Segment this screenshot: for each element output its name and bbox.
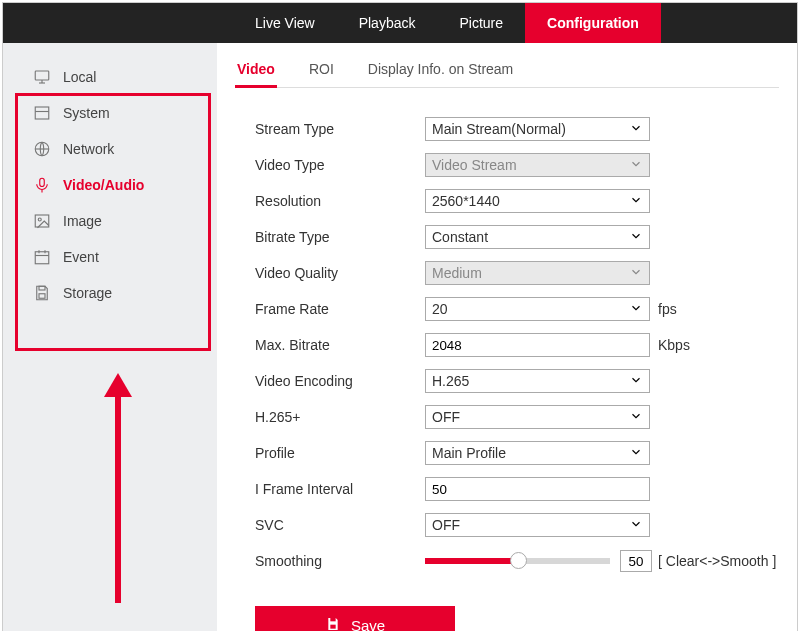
calendar-icon <box>33 248 51 266</box>
sidebar-item-video-audio[interactable]: Video/Audio <box>3 167 217 203</box>
chevron-down-icon <box>629 229 643 246</box>
label-h265plus: H.265+ <box>255 409 425 425</box>
chevron-down-icon <box>629 265 643 282</box>
chevron-down-icon <box>629 445 643 462</box>
label-video-type: Video Type <box>255 157 425 173</box>
sidebar-item-label: Video/Audio <box>63 177 144 193</box>
select-video-type: Video Stream <box>425 153 650 177</box>
svg-rect-15 <box>39 286 45 290</box>
chevron-down-icon <box>629 373 643 390</box>
subtab-roi[interactable]: ROI <box>307 57 336 87</box>
chevron-down-icon <box>629 193 643 210</box>
smoothing-caption: [ Clear<->Smooth ] <box>658 553 776 569</box>
label-smoothing: Smoothing <box>255 553 425 569</box>
globe-icon <box>33 140 51 158</box>
select-video-encoding[interactable]: H.265 <box>425 369 650 393</box>
label-i-frame: I Frame Interval <box>255 481 425 497</box>
slider-thumb[interactable] <box>510 552 527 569</box>
label-video-encoding: Video Encoding <box>255 373 425 389</box>
label-frame-rate: Frame Rate <box>255 301 425 317</box>
unit-kbps: Kbps <box>658 337 690 353</box>
monitor-icon <box>33 68 51 86</box>
svg-rect-18 <box>330 624 335 628</box>
sidebar: Local System Network Video/Audio Image E… <box>3 43 217 631</box>
svg-rect-17 <box>330 618 335 621</box>
select-stream-type[interactable]: Main Stream(Normal) <box>425 117 650 141</box>
svg-rect-11 <box>35 252 49 264</box>
svg-rect-16 <box>39 294 45 299</box>
mic-icon <box>33 176 51 194</box>
sidebar-item-label: Image <box>63 213 102 229</box>
subtab-video[interactable]: Video <box>235 57 277 88</box>
image-icon <box>33 212 51 230</box>
input-smoothing-value[interactable] <box>620 550 652 572</box>
label-video-quality: Video Quality <box>255 265 425 281</box>
label-svc: SVC <box>255 517 425 533</box>
annotation-arrow <box>108 373 128 603</box>
sidebar-item-label: Storage <box>63 285 112 301</box>
tab-playback[interactable]: Playback <box>337 3 438 43</box>
select-svc[interactable]: OFF <box>425 513 650 537</box>
input-i-frame[interactable] <box>425 477 650 501</box>
sidebar-item-system[interactable]: System <box>3 95 217 131</box>
sidebar-item-event[interactable]: Event <box>3 239 217 275</box>
layout-icon <box>33 104 51 122</box>
unit-fps: fps <box>658 301 677 317</box>
slider-smoothing[interactable] <box>425 558 610 564</box>
select-profile[interactable]: Main Profile <box>425 441 650 465</box>
sidebar-item-label: Local <box>63 69 96 85</box>
chevron-down-icon <box>629 121 643 138</box>
sidebar-item-label: Event <box>63 249 99 265</box>
save-icon <box>33 284 51 302</box>
label-stream-type: Stream Type <box>255 121 425 137</box>
label-bitrate-type: Bitrate Type <box>255 229 425 245</box>
sub-tabs: Video ROI Display Info. on Stream <box>235 57 779 88</box>
chevron-down-icon <box>629 517 643 534</box>
chevron-down-icon <box>629 409 643 426</box>
sidebar-item-storage[interactable]: Storage <box>3 275 217 311</box>
label-profile: Profile <box>255 445 425 461</box>
tab-configuration[interactable]: Configuration <box>525 3 661 43</box>
save-button[interactable]: Save <box>255 606 455 631</box>
select-video-quality: Medium <box>425 261 650 285</box>
sidebar-item-label: System <box>63 105 110 121</box>
svg-rect-0 <box>35 71 49 80</box>
select-frame-rate[interactable]: 20 <box>425 297 650 321</box>
label-resolution: Resolution <box>255 193 425 209</box>
svg-point-10 <box>38 218 41 221</box>
label-max-bitrate: Max. Bitrate <box>255 337 425 353</box>
main-panel: Video ROI Display Info. on Stream Stream… <box>217 43 797 631</box>
input-max-bitrate[interactable] <box>425 333 650 357</box>
tab-live-view[interactable]: Live View <box>233 3 337 43</box>
svg-rect-3 <box>35 107 49 119</box>
sidebar-item-network[interactable]: Network <box>3 131 217 167</box>
select-h265plus[interactable]: OFF <box>425 405 650 429</box>
select-bitrate-type[interactable]: Constant <box>425 225 650 249</box>
chevron-down-icon <box>629 301 643 318</box>
sidebar-item-label: Network <box>63 141 114 157</box>
top-nav: Live View Playback Picture Configuration <box>3 3 797 43</box>
subtab-display-info[interactable]: Display Info. on Stream <box>366 57 516 87</box>
select-resolution[interactable]: 2560*1440 <box>425 189 650 213</box>
svg-rect-9 <box>35 215 49 227</box>
chevron-down-icon <box>629 157 643 174</box>
sidebar-item-image[interactable]: Image <box>3 203 217 239</box>
tab-picture[interactable]: Picture <box>437 3 525 43</box>
sidebar-item-local[interactable]: Local <box>3 59 217 95</box>
svg-rect-7 <box>40 178 45 186</box>
save-icon <box>325 616 341 632</box>
